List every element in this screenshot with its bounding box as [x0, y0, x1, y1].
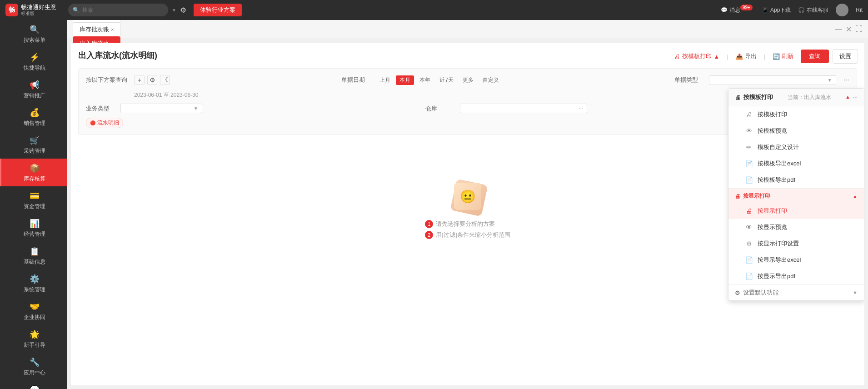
filter-collapse-left[interactable]: 《 — [160, 75, 170, 85]
tab-close-inventory-batch[interactable]: × — [111, 27, 114, 32]
date-tab-7days[interactable]: 近7天 — [436, 75, 457, 85]
sidebar-label-app-center: 应用中心 — [24, 369, 45, 377]
display-export-pdf-icon: 📄 — [745, 273, 753, 280]
refresh-label: 刷新 — [782, 52, 793, 60]
sidebar-item-base-info[interactable]: 📋 基础信息 — [0, 242, 67, 269]
download-icon: 📱 — [762, 7, 768, 13]
empty-hints: 1 请先选择要分析的方案 2 用[过滤]条件来缩小分析范围 — [425, 220, 510, 239]
template-export-pdf-item[interactable]: 📄 按模板导出pdf — [728, 172, 864, 188]
top-search[interactable]: 🔍 — [68, 4, 168, 16]
sidebar-label-base-info: 基础信息 — [24, 258, 45, 266]
filter-tag[interactable]: 🔴 流水明细 — [86, 118, 123, 128]
base-info-icon: 📋 — [30, 246, 40, 256]
sidebar-item-finance[interactable]: 💳 资金管理 — [0, 186, 67, 214]
display-export-excel-icon: 📄 — [745, 256, 753, 264]
add-filter-button[interactable]: + — [135, 75, 145, 85]
empty-hint-2: 2 用[过滤]条件来缩小分析范围 — [425, 231, 510, 239]
sidebar-item-enterprise-weixin[interactable]: 💬 企业微信 — [0, 380, 67, 389]
template-preview-icon: 👁 — [745, 127, 753, 135]
messages-button[interactable]: 💬 消息 99+ — [721, 6, 754, 14]
sidebar-item-sales[interactable]: 💰 销售管理 — [0, 103, 67, 131]
print-template-label: 按模板打印 — [682, 52, 712, 60]
warehouse-select[interactable]: ··· — [460, 104, 587, 113]
template-custom-label: 模板自定义设计 — [758, 143, 799, 151]
sidebar-item-operations[interactable]: 📊 经营管理 — [0, 214, 67, 242]
sidebar-item-quick-nav[interactable]: ⚡ 快捷导航 — [0, 48, 67, 75]
trial-button[interactable]: 体验行业方案 — [194, 4, 242, 16]
empty-hint-1: 1 请先选择要分析的方案 — [425, 220, 510, 228]
display-section-arrow[interactable]: ▲ — [853, 194, 858, 199]
sidebar-label-marketing: 营销推广 — [24, 92, 45, 100]
display-print-header-icon: 🖨 — [735, 193, 740, 199]
top-bar: 畅 畅捷通好生意 标准版 🔍 ▼ ⚙ 体验行业方案 💬 消息 99+ 📱 App… — [0, 0, 868, 20]
export-icon: 📤 — [736, 53, 743, 60]
export-button[interactable]: 📤 导出 — [732, 50, 760, 62]
biz-type-select[interactable]: ▼ — [120, 104, 202, 113]
tab-label-inventory-batch: 库存批次账 — [80, 25, 109, 34]
display-preview-item[interactable]: 👁 按显示预览 — [728, 219, 864, 235]
tab-close-all-button[interactable]: ✕ — [846, 25, 852, 34]
query-button[interactable]: 查询 — [801, 50, 829, 63]
date-tab-custom[interactable]: 自定义 — [479, 75, 503, 85]
online-service-button[interactable]: 🎧 在线客服 — [798, 6, 828, 14]
dropdown-header-actions: ▲ ··· — [845, 94, 858, 100]
filter-settings-button[interactable]: ⚙ — [147, 75, 157, 85]
set-button[interactable]: 设置 — [833, 49, 858, 64]
date-tab-this-month[interactable]: 本月 — [396, 75, 414, 85]
dropdown-more-icon[interactable]: ··· — [853, 94, 858, 100]
sidebar-label-operations: 经营管理 — [24, 230, 45, 238]
settings-icon[interactable]: ⚙ — [180, 6, 186, 15]
print-template-button[interactable]: 🖨 按模板打印 ▲ — [671, 50, 723, 62]
finance-icon: 💳 — [30, 191, 40, 201]
sidebar-item-inventory[interactable]: 📦 库存核算 — [0, 159, 67, 186]
sidebar-item-purchase[interactable]: 🛒 采购管理 — [0, 131, 67, 159]
sidebar-item-marketing[interactable]: 📢 营销推广 — [0, 75, 67, 103]
tab-expand-button[interactable]: ⛶ — [855, 25, 863, 34]
sidebar-label-purchase: 采购管理 — [24, 147, 45, 155]
sidebar-label-search: 搜索菜单 — [24, 36, 45, 44]
cooperation-icon: 🤝 — [30, 302, 40, 312]
template-preview-item[interactable]: 👁 按模板预览 — [728, 123, 864, 139]
template-custom-item[interactable]: ✏ 模板自定义设计 — [728, 139, 864, 155]
date-tab-last-month[interactable]: 上月 — [376, 75, 394, 85]
search-input[interactable] — [82, 7, 164, 13]
sidebar-label-quick-nav: 快捷导航 — [24, 64, 45, 72]
sidebar-item-app-center[interactable]: 🔧 应用中心 — [0, 353, 67, 380]
sidebar-item-system[interactable]: ⚙️ 系统管理 — [0, 269, 67, 297]
sidebar-items: 🔍 搜索菜单 ⚡ 快捷导航 📢 营销推广 💰 销售管理 🛒 采购管理 📦 库存核… — [0, 20, 67, 389]
date-tab-more[interactable]: 更多 — [459, 75, 477, 85]
search-dropdown-arrow[interactable]: ▼ — [172, 8, 176, 13]
operations-icon: 📊 — [30, 219, 40, 229]
page-toolbar: 🖨 按模板打印 ▲ | 📤 导出 | 🔄 刷新 查询 设置 — [671, 49, 858, 64]
sidebar-item-search[interactable]: 🔍 搜索菜单 — [0, 20, 67, 48]
display-settings-icon: ⚙ — [745, 240, 753, 247]
refresh-button[interactable]: 🔄 刷新 — [769, 50, 797, 62]
display-print-settings-item[interactable]: ⚙ 按显示打印设置 — [728, 235, 864, 252]
tab-inventory-batch[interactable]: 库存批次账× — [73, 22, 120, 36]
template-export-excel-item[interactable]: 📄 按模板导出excel — [728, 155, 864, 172]
sidebar-item-guide[interactable]: 🌟 新手引导 — [0, 325, 67, 353]
doc-type-select[interactable]: ▼ — [709, 75, 836, 85]
logo-text: 畅捷通好生意 标准版 — [21, 4, 56, 16]
template-print-section: 🖨 按模板打印 👁 按模板预览 ✏ 模板自定义设计 📄 按模板导出excel — [728, 106, 864, 189]
dropdown-up-arrow[interactable]: ▲ — [845, 94, 850, 100]
display-print-item[interactable]: 🖨 按显示打印 — [728, 203, 864, 219]
sidebar-label-sales: 销售管理 — [24, 120, 45, 127]
display-preview-icon: 👁 — [745, 224, 753, 231]
app-download-button[interactable]: 📱 App下载 — [762, 6, 791, 14]
display-export-pdf-item[interactable]: 📄 按显示导出pdf — [728, 268, 864, 284]
biz-type-label: 业务类型 — [86, 105, 113, 113]
avatar[interactable] — [836, 4, 848, 16]
tab-minimize-button[interactable]: — — [835, 25, 842, 34]
sidebar-label-inventory: 库存核算 — [24, 175, 45, 183]
display-export-excel-item[interactable]: 📄 按显示导出excel — [728, 252, 864, 268]
sidebar-item-cooperation[interactable]: 🤝 企业协同 — [0, 297, 67, 325]
date-tab-this-year[interactable]: 本年 — [416, 75, 434, 85]
display-print-header-label: 按显示打印 — [743, 192, 770, 200]
sidebar-label-guide: 新手引导 — [24, 341, 45, 349]
template-print-item[interactable]: 🖨 按模板打印 — [728, 106, 864, 123]
doc-type-more[interactable]: ··· — [843, 76, 849, 84]
quick-nav-icon: ⚡ — [30, 52, 40, 62]
dropdown-print-icon: 🖨 — [735, 94, 741, 101]
set-default-footer[interactable]: ⚙ 设置默认功能 ▼ — [728, 285, 864, 300]
